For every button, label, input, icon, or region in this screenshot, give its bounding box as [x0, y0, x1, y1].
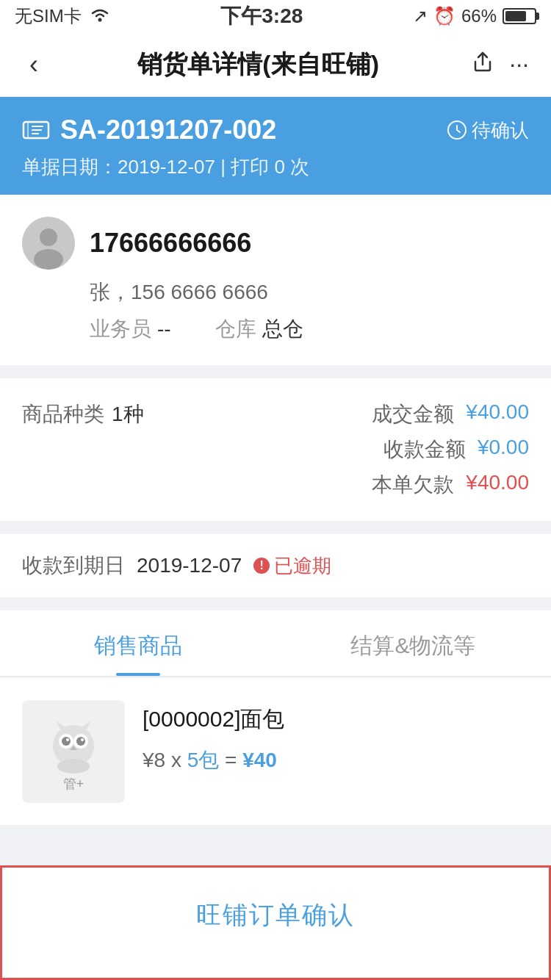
- summary-section: 商品种类 1种 成交金额 ¥40.00 收款金额 ¥0.00 本单欠款 ¥40.…: [0, 378, 551, 521]
- page-title: 销货单详情(来自旺铺): [137, 48, 379, 82]
- product-quantity: 5包: [187, 749, 220, 771]
- svg-point-10: [62, 737, 71, 746]
- overdue-icon: !: [253, 558, 270, 574]
- customer-meta: 业务员 -- 仓库 总仓: [90, 315, 529, 343]
- svg-point-11: [76, 737, 85, 746]
- arrears-label: 本单欠款: [372, 471, 454, 499]
- confirm-button-wrapper: 旺铺订单确认: [0, 865, 551, 980]
- share-button[interactable]: [471, 50, 494, 79]
- product-types-label: 商品种类: [22, 400, 104, 428]
- overdue-badge: ! 已逾期: [253, 553, 331, 579]
- salesperson-label: 业务员: [90, 315, 151, 343]
- wifi-icon: [89, 6, 111, 26]
- multiply-sign: x: [171, 749, 187, 771]
- customer-name: 张，156 6666 6666: [90, 278, 529, 306]
- order-date: 单据日期：2019-12-07 | 打印 0 次: [22, 154, 529, 180]
- product-types-count: 1种: [112, 400, 144, 428]
- customer-section: 17666666666 张，156 6666 6666 业务员 -- 仓库 总仓: [0, 195, 551, 365]
- svg-text:管+: 管+: [63, 777, 84, 791]
- product-image: 管+: [22, 700, 125, 803]
- warehouse-value: 总仓: [262, 315, 303, 343]
- carrier-text: 无SIM卡: [15, 4, 82, 28]
- tabs-section: 销售商品 结算&物流等: [0, 610, 551, 677]
- nav-bar: ‹ 销货单详情(来自旺铺) ···: [0, 32, 551, 97]
- status-time: 下午3:28: [220, 2, 303, 30]
- transaction-label: 成交金额: [372, 400, 454, 428]
- product-price: ¥8 x 5包 = ¥40: [143, 746, 529, 774]
- transaction-amount: ¥40.00: [466, 400, 529, 428]
- svg-point-12: [66, 738, 69, 741]
- due-date-value: 2019-12-07: [137, 554, 242, 577]
- location-icon: ↗: [413, 6, 428, 26]
- equals-sign: =: [225, 749, 242, 771]
- arrears-amount: ¥40.00: [466, 471, 529, 499]
- due-date-section: 收款到期日 2019-12-07 ! 已逾期: [0, 534, 551, 597]
- salesperson-value: --: [157, 317, 171, 341]
- order-status: 待确认: [447, 118, 529, 143]
- order-header: SA-20191207-002 待确认 单据日期：2019-12-07 | 打印…: [0, 97, 551, 195]
- status-right: ↗ ⏰ 66%: [413, 6, 536, 26]
- confirm-order-button[interactable]: 旺铺订单确认: [24, 882, 527, 948]
- price-per-unit: ¥8: [143, 749, 165, 771]
- order-id: SA-20191207-002: [22, 115, 276, 145]
- svg-point-13: [81, 738, 84, 741]
- status-bar: 无SIM卡 下午3:28 ↗ ⏰ 66%: [0, 0, 551, 32]
- alarm-icon: ⏰: [433, 6, 455, 26]
- battery-percent: 66%: [461, 6, 497, 26]
- more-button[interactable]: ···: [509, 51, 529, 78]
- back-button[interactable]: ‹: [22, 42, 46, 87]
- status-left: 无SIM卡: [15, 4, 111, 28]
- overdue-text: 已逾期: [274, 553, 331, 579]
- tab-sales-products[interactable]: 销售商品: [0, 610, 276, 676]
- product-info: [0000002]面包 ¥8 x 5包 = ¥40: [143, 700, 529, 774]
- product-list: 管+ [0000002]面包 ¥8 x 5包 = ¥40: [0, 678, 551, 825]
- svg-point-4: [40, 228, 57, 246]
- receipt-label: 收款金额: [383, 436, 466, 464]
- warehouse-label: 仓库: [215, 315, 256, 343]
- product-total: ¥40: [242, 749, 277, 771]
- svg-point-5: [34, 249, 63, 270]
- product-item: 管+ [0000002]面包 ¥8 x 5包 = ¥40: [0, 678, 551, 825]
- due-date-label: 收款到期日: [22, 552, 125, 580]
- customer-phone: 17666666666: [90, 228, 251, 259]
- customer-avatar: [22, 217, 75, 270]
- svg-point-0: [98, 18, 101, 22]
- battery-icon: [503, 8, 536, 24]
- tab-settlement[interactable]: 结算&物流等: [276, 610, 551, 676]
- nav-actions: ···: [471, 50, 529, 79]
- svg-point-17: [57, 759, 90, 774]
- receipt-amount: ¥0.00: [478, 436, 529, 464]
- product-name: [0000002]面包: [143, 705, 529, 735]
